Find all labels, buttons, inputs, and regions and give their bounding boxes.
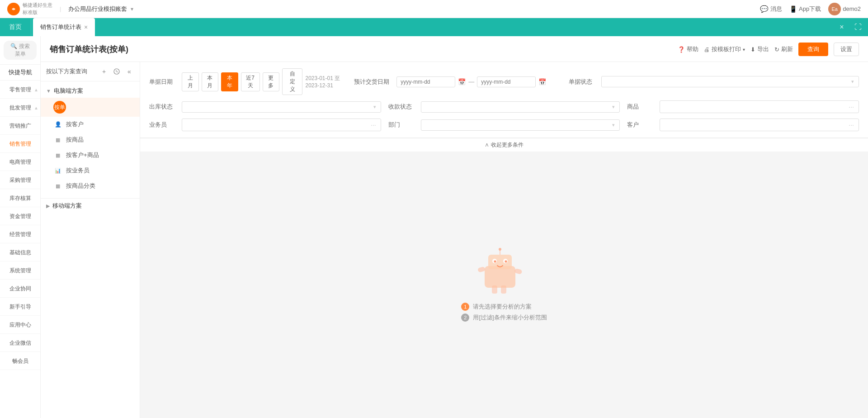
collapse-panel-btn[interactable]: « <box>124 66 134 76</box>
sidebar-item-sales[interactable]: 销售管理 <box>0 135 40 153</box>
sidebar-item-system[interactable]: 系统管理 <box>0 261 40 280</box>
sidebar-item-wholesale[interactable]: 批发管理 ▲ <box>0 99 40 117</box>
collapse-label: 收起更多条件 <box>491 142 524 148</box>
salesman-more-icon[interactable]: ··· <box>371 121 376 128</box>
expected-date-to[interactable] <box>477 76 536 87</box>
right-panel: 单据日期 上月 本月 本年 近7天 更多 自定义 2023-01-01 至 20… <box>140 62 868 418</box>
expected-date-to-icon[interactable]: 📅 <box>538 78 546 86</box>
sidebar-item-appcenter[interactable]: 应用中心 <box>0 316 40 334</box>
logo-text: 畅捷通好生意 标准版 <box>23 2 52 16</box>
date-btn-this-year[interactable]: 本年 <box>221 72 238 91</box>
search-menu-label: 搜索菜单 <box>15 43 30 57</box>
salesman-select[interactable]: ··· <box>182 119 381 131</box>
scheme-item-by-customer-goods[interactable]: ▦ 按客户+商品 <box>41 147 140 163</box>
hint-number-2: 2 <box>461 314 469 322</box>
content-body: 1 请先选择要分析的方案 2 用[过滤]条件来缩小分析范围 <box>140 152 868 418</box>
scheme-item-by-goods[interactable]: ▦ 按商品 <box>41 132 140 147</box>
scheme-item-by-salesman-label: 按业务员 <box>66 166 90 175</box>
scheme-group-pc-header[interactable]: ▼ 电脑端方案 <box>41 84 140 98</box>
svg-point-14 <box>499 248 501 251</box>
expected-date-from[interactable] <box>396 76 455 87</box>
scheme-item-by-category-icon: ▦ <box>53 181 62 190</box>
doc-status-select[interactable]: ▾ <box>601 76 859 87</box>
search-menu-box[interactable]: 🔍 搜索菜单 <box>4 41 37 60</box>
content-area: 销售订单统计表(按单) ❓ 帮助 🖨 按模板打印 ▾ ⬇ 导出 ↻ 刷新 <box>41 36 868 418</box>
sidebar-item-operation[interactable]: 经营管理 <box>0 225 40 243</box>
payment-status-select[interactable]: ▾ <box>421 101 620 113</box>
tab-close-btn[interactable]: × <box>84 24 88 31</box>
sidebar-item-ecommerce[interactable]: 电商管理 <box>0 153 40 171</box>
goods-more-icon[interactable]: ··· <box>849 103 854 110</box>
svg-rect-11 <box>477 266 486 272</box>
out-status-select[interactable]: ▾ <box>182 101 381 113</box>
goods-label: 商品 <box>627 103 652 111</box>
sidebar-search-area[interactable]: 🔍 搜索菜单 <box>0 36 40 65</box>
svg-rect-12 <box>514 268 522 275</box>
sidebar-item-basic-info-label: 基础信息 <box>2 249 38 256</box>
sidebar-item-member[interactable]: 畅会员 <box>0 352 40 370</box>
sidebar-item-enterprise[interactable]: 企业协同 <box>0 280 40 298</box>
window-close-btn[interactable]: × <box>835 21 848 33</box>
sidebar-item-purchase[interactable]: 采购管理 <box>0 171 40 189</box>
scheme-group-mobile-header[interactable]: ▶ 移动端方案 <box>41 199 140 213</box>
empty-hints: 1 请先选择要分析的方案 2 用[过滤]条件来缩小分析范围 <box>461 303 547 324</box>
user-area[interactable]: Ea demo2 <box>828 3 861 15</box>
sidebar-item-inventory[interactable]: 库存核算 <box>0 189 40 207</box>
message-label: 消息 <box>770 5 782 13</box>
sidebar-item-wholesale-label: 批发管理 <box>2 104 38 112</box>
date-btn-this-month[interactable]: 本月 <box>202 72 219 91</box>
customer-more-icon[interactable]: ··· <box>849 121 854 128</box>
sidebar-item-marketing[interactable]: 营销推广 <box>0 117 40 135</box>
app-dropdown-icon[interactable]: ▾ <box>131 6 133 12</box>
scheme-item-by-salesman[interactable]: 📊 按业务员 <box>41 163 140 178</box>
expected-date-from-icon[interactable]: 📅 <box>458 78 466 86</box>
settings-btn[interactable]: 设置 <box>834 43 859 56</box>
tab-home[interactable]: 首页 <box>0 18 31 36</box>
app-download-btn[interactable]: 📱 App下载 <box>789 5 821 13</box>
message-btn[interactable]: 💬 消息 <box>760 5 782 13</box>
main-layout: 🔍 搜索菜单 快捷导航 零售管理 ▲ 批发管理 ▲ 营销推广 销售管理 电商管理… <box>0 36 868 418</box>
window-maximize-btn[interactable]: ⛶ <box>852 21 864 33</box>
export-btn[interactable]: ⬇ 导出 <box>750 45 769 53</box>
print-btn[interactable]: 🖨 按模板打印 ▾ <box>704 45 745 53</box>
dept-arrow-icon: ▾ <box>612 122 615 128</box>
scheme-section-mobile: ▶ 移动端方案 <box>41 198 140 213</box>
add-scheme-btn[interactable]: + <box>99 66 109 76</box>
sidebar-item-marketing-label: 营销推广 <box>2 122 38 130</box>
logo-icon <box>7 3 20 15</box>
date-btn-custom[interactable]: 自定义 <box>282 68 302 95</box>
help-btn[interactable]: ❓ 帮助 <box>678 45 698 53</box>
export-icon: ⬇ <box>750 46 755 53</box>
query-btn[interactable]: 查询 <box>798 43 828 56</box>
svg-point-10 <box>505 260 507 262</box>
sidebar-item-newuser[interactable]: 新手引导 <box>0 298 40 316</box>
scheme-item-by-order[interactable]: 按单 <box>41 98 140 117</box>
sidebar-item-basic-info[interactable]: 基础信息 <box>0 243 40 261</box>
date-btn-more[interactable]: 更多 <box>263 72 280 91</box>
collapse-bar[interactable]: ∧ 收起更多条件 <box>140 138 868 152</box>
sidebar-quick-nav[interactable]: 快捷导航 <box>0 65 40 81</box>
date-range-text: 2023-01-01 至 2023-12-31 <box>305 75 347 89</box>
scheme-item-by-goods-label: 按商品 <box>66 136 84 144</box>
sidebar-item-finance[interactable]: 资金管理 <box>0 207 40 225</box>
scheme-group-pc-arrow: ▼ <box>46 88 51 94</box>
header-right: 💬 消息 📱 App下载 Ea demo2 <box>760 3 861 15</box>
app-title[interactable]: 办公用品行业模拟账套 <box>68 5 127 13</box>
sidebar-item-wechat[interactable]: 企业微信 <box>0 334 40 352</box>
refresh-btn[interactable]: ↻ 刷新 <box>774 45 793 53</box>
refresh-label: 刷新 <box>781 45 793 53</box>
tab-active[interactable]: 销售订单统计表 × <box>33 18 95 36</box>
scheme-item-by-category[interactable]: ▦ 按商品分类 <box>41 178 140 194</box>
edit-scheme-btn[interactable]: ✎ <box>112 66 122 76</box>
sidebar-item-retail[interactable]: 零售管理 ▲ <box>0 81 40 99</box>
help-icon: ❓ <box>678 46 685 53</box>
scheme-item-by-customer[interactable]: 👤 按客户 <box>41 117 140 132</box>
sidebar-item-purchase-label: 采购管理 <box>2 176 38 184</box>
help-label: 帮助 <box>687 45 698 53</box>
goods-select[interactable]: ··· <box>660 100 859 113</box>
customer-select[interactable]: ··· <box>660 119 859 131</box>
date-btn-last-7-days[interactable]: 近7天 <box>241 72 260 91</box>
dept-select[interactable]: ▾ <box>421 119 620 131</box>
page-actions: ❓ 帮助 🖨 按模板打印 ▾ ⬇ 导出 ↻ 刷新 查询 设置 <box>678 43 859 62</box>
date-btn-last-month[interactable]: 上月 <box>182 72 199 91</box>
